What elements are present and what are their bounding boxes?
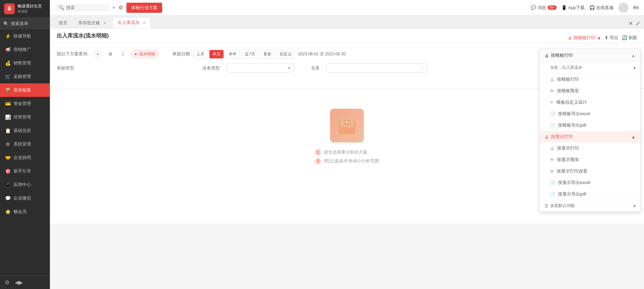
dropdown-title: 按模板打印: [551, 52, 573, 58]
dropdown-panel: 🖨 按模板打印 ▲ 当前：出入库流水 ▾ 🖨 按模板打印 👁 按模板预览 ✏ 模…: [539, 49, 641, 212]
topbar-gear-icon[interactable]: ⚙: [118, 4, 123, 11]
dropdown-item-template-preview[interactable]: 👁 按模板预览: [540, 85, 640, 97]
dropdown-item-display-export-pdf[interactable]: 📄 按显示导出pdf: [540, 188, 640, 200]
quick-nav-icon: ⚡: [5, 33, 11, 39]
avatar[interactable]: [618, 3, 628, 13]
display-excel-icon: 📄: [550, 180, 555, 185]
collapse-icon[interactable]: ◀▶: [15, 279, 23, 286]
app-download-group[interactable]: 📱 App下载: [561, 5, 585, 11]
empty-illustration: [335, 114, 359, 137]
sidebar-item-basic-info[interactable]: 📋 基础信息: [0, 124, 50, 137]
dropdown-item-template-export-excel[interactable]: 📄 按模板导出excel: [540, 108, 640, 120]
sidebar-item-guide[interactable]: 🎯 新手引导: [0, 164, 50, 178]
dropdown-item-display-export-excel[interactable]: 📄 按显示导出excel: [540, 177, 640, 188]
settings-icon[interactable]: ⚙: [5, 279, 9, 286]
date-label: 单据日期: [172, 51, 190, 57]
sidebar-item-operations[interactable]: 📊 经营管理: [0, 110, 50, 124]
sidebar-item-system[interactable]: ⚙ 系统管理: [0, 137, 50, 151]
sidebar-item-label: 采购管理: [13, 74, 31, 80]
sidebar-item-sales[interactable]: 💰 销售管理: [0, 56, 50, 70]
empty-step-2: 2 用[过滤]条件来缩小分析范围: [315, 158, 379, 164]
date-custom[interactable]: 自定义: [276, 50, 295, 58]
export-btn[interactable]: ⬆ 导出: [605, 35, 618, 41]
tab-batch-ledger-close[interactable]: ✕: [104, 21, 107, 25]
warehouse-select[interactable]: ···: [326, 63, 428, 73]
sidebar: B 畅捷通好生意 标准版 🔍 搜索菜单 ⚡ 快捷导航 📢 营销推广 💰 销售管理…: [0, 0, 50, 289]
dropdown-item-label: 按显示打印: [557, 145, 579, 151]
dropdown-item-display-preview[interactable]: 👁 按显示预览: [540, 154, 640, 165]
step-1-text: 请先选择要分析的方案: [324, 149, 368, 155]
sidebar-item-app-center[interactable]: 📱 应用中心: [0, 178, 50, 191]
tab-expand-icon[interactable]: ⤢: [636, 20, 640, 27]
app-name: 畅捷通好生意: [18, 4, 42, 9]
sidebar-item-label: 营销推广: [13, 47, 31, 53]
date-last-7-days[interactable]: 近7天: [242, 50, 258, 58]
main-area: 🔍 ▾ ⚙ 体验行业方案 💬 消息 99+ 📱 App下载 🎧 在线客服 Rit: [50, 0, 644, 289]
sidebar-item-label: 应用中心: [13, 182, 31, 188]
online-service-group[interactable]: 🎧 在线客服: [589, 5, 614, 11]
dropdown-item-template-print[interactable]: 🖨 按模板打印: [540, 74, 640, 85]
date-more[interactable]: 更多: [260, 50, 274, 58]
topbar-search-input[interactable]: [66, 5, 103, 10]
step-2-text: 用[过滤]条件来缩小分析范围: [324, 158, 379, 164]
sidebar-item-label: 快捷导航: [13, 33, 31, 39]
wechat-icon: 💬: [5, 195, 11, 201]
tab-home[interactable]: 首页: [54, 18, 72, 28]
filter-add-btn[interactable]: +: [94, 50, 101, 58]
message-group[interactable]: 💬 消息 99+: [531, 5, 557, 11]
basic-info-icon: 📋: [5, 128, 11, 133]
dropdown-footer[interactable]: ☰ 设置默认功能 ▾: [540, 200, 640, 211]
tab-inout-flow[interactable]: 出入库流水 ✕: [113, 17, 151, 28]
sidebar-item-quick-nav[interactable]: ⚡ 快捷导航: [0, 29, 50, 43]
business-type-select[interactable]: ▾: [227, 63, 294, 73]
sidebar-item-wechat[interactable]: 💬 企业微信: [0, 191, 50, 205]
template-preview-icon: 👁: [550, 88, 554, 94]
topbar-icons: 💬 消息 99+ 📱 App下载 🎧 在线客服 Rit: [531, 3, 639, 13]
sidebar-item-label: 销售管理: [13, 60, 31, 66]
dropdown-item-display-print-settings[interactable]: ⚙ 按显示打印设置: [540, 165, 640, 177]
export-icon: ⬆: [605, 35, 608, 40]
filter-active-tag[interactable]: ● 流水明细: [131, 50, 159, 58]
dropdown-current: 当前：出入库流水 ▾: [540, 62, 640, 74]
tab-batch-ledger-label: 库存批次账: [78, 20, 100, 25]
industry-btn[interactable]: 体验行业方案: [126, 3, 162, 13]
pdf-icon: 📄: [550, 123, 555, 128]
dropdown-item-template-export-pdf[interactable]: 📄 按模板导出pdf: [540, 120, 640, 131]
date-this-year[interactable]: 本年: [226, 50, 240, 58]
dropdown-item-template-custom[interactable]: ✏ 模板自定义设计: [540, 97, 640, 108]
dropdown-collapse-icon[interactable]: ▲: [631, 53, 636, 58]
sidebar-item-enterprise[interactable]: 🤝 企业协同: [0, 151, 50, 164]
display-preview-icon: 👁: [550, 157, 554, 162]
sidebar-item-marketing[interactable]: 📢 营销推广: [0, 43, 50, 56]
dropdown-current-arrow: ▾: [634, 65, 636, 70]
topbar-search-box[interactable]: 🔍: [55, 4, 109, 11]
template-print-btn[interactable]: 🖨 按模板打印 ▲: [568, 35, 601, 41]
sidebar-item-label: 系统管理: [13, 141, 31, 147]
dropdown-item-display-print[interactable]: 🖨 按显示打印: [540, 142, 640, 154]
sidebar-item-finance[interactable]: 💳 资金管理: [0, 97, 50, 110]
filter-tag-label: 流水明细: [139, 51, 155, 57]
date-prev-month[interactable]: 上月: [193, 50, 207, 58]
refresh-btn[interactable]: 🔄 刷新: [622, 35, 637, 41]
tab-close-all-icon[interactable]: ✕: [628, 20, 633, 27]
empty-step-1: 1 请先选择要分析的方案: [315, 149, 379, 155]
sidebar-search[interactable]: 🔍 搜索菜单: [0, 18, 50, 29]
sidebar-item-inventory[interactable]: 📦 库存核算: [0, 83, 50, 97]
topbar-dropdown-icon[interactable]: ▾: [113, 5, 115, 10]
date-this-month[interactable]: 本月: [209, 50, 224, 58]
empty-image: [330, 109, 364, 142]
tab-inout-flow-label: 出入库流水: [118, 20, 140, 25]
filter-settings-icon[interactable]: ⚙: [108, 51, 113, 57]
tab-batch-ledger[interactable]: 库存批次账 ✕: [74, 18, 111, 28]
topbar-search-icon: 🔍: [59, 5, 64, 10]
sidebar-item-purchase[interactable]: 🛒 采购管理: [0, 70, 50, 83]
app-edition: 标准版: [18, 9, 42, 14]
headset-icon: 🎧: [589, 5, 595, 10]
sidebar-nav: ⚡ 快捷导航 📢 营销推广 💰 销售管理 🛒 采购管理 📦 库存核算 💳 资金管…: [0, 29, 50, 275]
tab-inout-flow-close[interactable]: ✕: [143, 21, 146, 25]
filter-collapse-icon[interactable]: 《: [119, 51, 124, 57]
filter-label: 按以下方案查询: [57, 51, 87, 57]
dropdown-section-display[interactable]: 🖨 按显示打印 ▲: [540, 131, 640, 142]
sidebar-item-member[interactable]: ⭐ 畅会员: [0, 205, 50, 218]
app-center-icon: 📱: [5, 182, 11, 187]
